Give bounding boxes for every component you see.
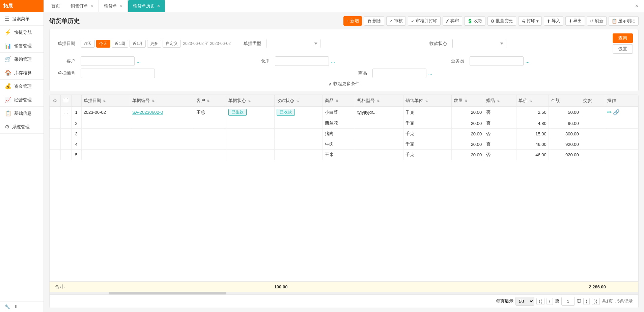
- page-size-label: 每页显示: [496, 298, 513, 304]
- page-size-select[interactable]: 50 20 100: [515, 297, 534, 306]
- row-settings: [50, 129, 60, 139]
- settings-bottom-icon[interactable]: 🔧: [5, 304, 10, 309]
- sidebar-item-sys-mgmt[interactable]: ⚙ 系统管理: [0, 120, 44, 134]
- goods-ellipsis[interactable]: ...: [428, 71, 432, 76]
- row-gift: 否: [484, 118, 516, 129]
- tab-close-all[interactable]: ✕: [632, 2, 641, 10]
- new-button[interactable]: + 新增: [343, 16, 362, 26]
- doc-no-link[interactable]: SA-20230602-0: [132, 110, 163, 115]
- scrollbar-thumb[interactable]: [109, 292, 226, 294]
- doc-no-input[interactable]: [81, 69, 155, 78]
- th-goods[interactable]: 商品 ⇅: [323, 95, 355, 107]
- tab-sales-delivery[interactable]: 销货单 ✕: [99, 0, 128, 12]
- export-button[interactable]: ⬇ 导出: [565, 16, 585, 26]
- warehouse-ellipsis[interactable]: ...: [331, 58, 335, 64]
- batch-change-button[interactable]: ⚙ 批量变更: [487, 16, 516, 26]
- th-unit[interactable]: 销售单位 ⇅: [403, 95, 452, 107]
- pause-icon[interactable]: ⏸: [14, 304, 19, 309]
- show-detail-button[interactable]: 📋 显示明细: [609, 16, 639, 26]
- sidebar-item-sales-mgmt[interactable]: 📊 销售管理: [0, 39, 44, 53]
- salesperson-ellipsis[interactable]: ...: [526, 58, 530, 64]
- row-checkbox[interactable]: [60, 150, 71, 160]
- refresh-button[interactable]: ↺ 刷新: [587, 16, 607, 26]
- tab-sales-delivery-close[interactable]: ✕: [119, 4, 122, 8]
- import-button[interactable]: ⬆ 导入: [544, 16, 563, 26]
- row-doc-no: [130, 139, 194, 150]
- sys-icon: ⚙: [5, 124, 9, 130]
- last7-btn[interactable]: 近1周: [112, 40, 128, 48]
- discard-button[interactable]: ✗ 弃审: [443, 16, 462, 26]
- prev-page-btn[interactable]: ⟨: [547, 298, 553, 305]
- collect-button[interactable]: 💲 收款: [464, 16, 485, 26]
- sidebar-item-ops-mgmt[interactable]: 📈 经营管理: [0, 93, 44, 107]
- row-checkbox[interactable]: [60, 118, 71, 129]
- doc-type-select[interactable]: [267, 39, 320, 48]
- last30-btn[interactable]: 近1月: [130, 40, 146, 48]
- print-button[interactable]: 🖨 打印 ▾: [518, 16, 542, 26]
- query-button[interactable]: 查询: [613, 33, 633, 43]
- select-all-checkbox[interactable]: [64, 98, 68, 102]
- row-unit-price: 15.00: [516, 129, 549, 139]
- tab-sales-history[interactable]: 销货单历史 ✕: [128, 0, 165, 12]
- delete-button[interactable]: 🗑 删除: [364, 16, 384, 26]
- sidebar-item-base-info[interactable]: 📋 基础信息: [0, 107, 44, 120]
- table-row: 4 牛肉 千克 20.00 否 46.00 920.00: [50, 139, 638, 150]
- th-amount: 金额: [549, 95, 581, 107]
- sidebar-item-purchase-mgmt[interactable]: 🛒 采购管理: [0, 53, 44, 66]
- row-qty: 20.00: [452, 150, 484, 160]
- collect-status-select[interactable]: [452, 39, 506, 48]
- th-settings[interactable]: ⚙: [50, 95, 60, 107]
- row-collect-status: [275, 150, 323, 160]
- th-collect-status[interactable]: 收款状态 ⇅: [275, 95, 323, 107]
- customer-ellipsis[interactable]: ...: [137, 58, 141, 64]
- today-btn[interactable]: 今天: [96, 40, 110, 48]
- sidebar-item-finance-mgmt[interactable]: 💰 资金管理: [0, 80, 44, 93]
- next-page-btn[interactable]: ⟩: [583, 298, 590, 305]
- sidebar-item-quick-nav[interactable]: ⚡ 快捷导航: [0, 26, 44, 39]
- tab-sales-order-close[interactable]: ✕: [90, 4, 93, 8]
- row-checkbox[interactable]: [60, 139, 71, 150]
- link-icon[interactable]: 🔗: [613, 109, 620, 115]
- th-spec[interactable]: 规格型号 ⇅: [355, 95, 403, 107]
- custom-btn[interactable]: 自定义: [163, 40, 181, 48]
- tab-sales-order[interactable]: 销售订单 ✕: [66, 0, 99, 12]
- th-unit-price[interactable]: 单价 ⇅: [516, 95, 549, 107]
- current-page-input[interactable]: 1: [561, 297, 575, 306]
- horizontal-scrollbar[interactable]: [50, 292, 638, 294]
- row-checkbox[interactable]: [60, 129, 71, 139]
- row-doc-date: [81, 150, 130, 160]
- row-doc-no[interactable]: SA-20230602-0: [130, 107, 194, 118]
- customer-input[interactable]: [81, 56, 135, 66]
- warehouse-label: 仓库: [249, 58, 270, 64]
- audit-print-button[interactable]: ✓ 审核并打印: [408, 16, 441, 26]
- set-button[interactable]: 设置: [613, 44, 633, 54]
- th-doc-no[interactable]: 单据编号 ⇅: [130, 95, 194, 107]
- th-doc-date[interactable]: 单据日期 ⇅: [81, 95, 130, 107]
- sidebar-item-label: 系统管理: [12, 124, 30, 130]
- sidebar-item-search-menu[interactable]: ☰ 搜索菜单: [0, 12, 44, 26]
- salesperson-input[interactable]: [470, 56, 524, 66]
- tab-sales-history-close[interactable]: ✕: [157, 4, 160, 8]
- last-page-btn[interactable]: ⟩⟩: [592, 298, 600, 305]
- th-gift[interactable]: 赠品 ⇅: [484, 95, 516, 107]
- edit-icon[interactable]: ✏: [607, 109, 612, 115]
- goods-input[interactable]: [372, 69, 426, 78]
- th-qty[interactable]: 数量 ⇅: [452, 95, 484, 107]
- yesterday-btn[interactable]: 昨天: [81, 40, 95, 48]
- th-doc-status[interactable]: 单据状态 ⇅: [226, 95, 275, 107]
- row-select-checkbox[interactable]: [64, 110, 68, 114]
- first-page-btn[interactable]: ⟨⟨: [536, 298, 544, 305]
- tab-home-label: 首页: [51, 3, 60, 9]
- row-index: 5: [71, 150, 81, 160]
- sidebar-item-inventory[interactable]: 🏠 库存核算: [0, 66, 44, 80]
- row-checkbox[interactable]: [60, 107, 71, 118]
- th-customer[interactable]: 客户 ⇅: [194, 95, 226, 107]
- tab-home[interactable]: 首页: [47, 0, 65, 12]
- sidebar-item-label: 基础信息: [14, 110, 32, 116]
- collapse-btn[interactable]: ∧ 收起更多条件: [55, 81, 633, 87]
- warehouse-input[interactable]: [275, 56, 329, 66]
- th-checkbox[interactable]: [60, 95, 71, 107]
- row-doc-status: [226, 150, 275, 160]
- audit-button[interactable]: ✓ 审核: [386, 16, 406, 26]
- more-btn[interactable]: 更多: [147, 40, 161, 48]
